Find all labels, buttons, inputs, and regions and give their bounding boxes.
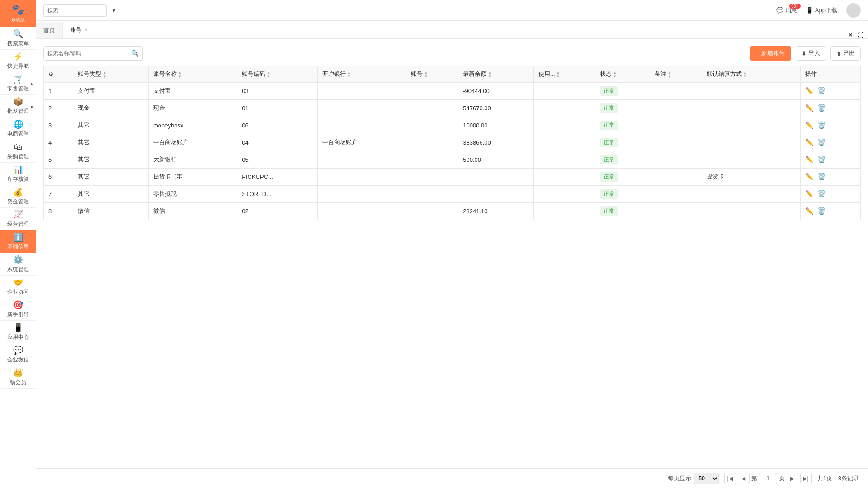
delete-icon-6[interactable]: 🗑️ <box>817 173 826 181</box>
edit-icon-2[interactable]: ✏️ <box>805 104 814 112</box>
col-header-code[interactable]: 账号编码▲▼ <box>237 66 318 83</box>
cell-bank-1 <box>318 82 406 99</box>
import-button[interactable]: ⬇ 导入 <box>796 46 826 61</box>
sidebar-item-basic[interactable]: ℹ️ 基础信息 <box>0 230 36 253</box>
export-icon: ⬆ <box>836 50 841 57</box>
topbar-dropdown[interactable]: ▼ <box>111 7 117 14</box>
cell-balance-5: 500.00 <box>458 151 533 168</box>
col-header-default_settlement[interactable]: 默认结算方式▲▼ <box>702 66 800 83</box>
content-search-icon[interactable]: 🔍 <box>131 50 139 57</box>
app-download-button[interactable]: 📱 App下载 <box>806 6 837 14</box>
close-tab-icon[interactable]: ✕ <box>848 32 853 38</box>
cell-type-1: 支付宝 <box>73 82 148 99</box>
search-label: 搜索菜单 <box>7 40 29 47</box>
cell-account-3 <box>406 117 458 134</box>
ecommerce-icon: 🌐 <box>13 119 23 129</box>
content-search-input[interactable] <box>47 50 131 56</box>
sidebar-item-ecommerce[interactable]: 🌐 电商管理 <box>0 117 36 140</box>
cell-default_settlement-4 <box>702 134 800 151</box>
edit-icon-3[interactable]: ✏️ <box>805 121 814 129</box>
sidebar-item-appcenter[interactable]: 📱 应用中心 <box>0 321 36 343</box>
sidebar-item-wholesale[interactable]: 📦 批发管理 <box>0 95 36 117</box>
page-navigation: |◀ ◀ 第 页 ▶ ▶| <box>724 473 812 484</box>
sidebar-item-wechat[interactable]: 💬 企业微信 <box>0 343 36 366</box>
cell-account-4 <box>406 134 458 151</box>
user-avatar[interactable] <box>846 3 861 18</box>
sidebar-item-member[interactable]: 👑 畅会员 <box>0 366 36 389</box>
col-header-name[interactable]: 账号名称▲▼ <box>148 66 237 83</box>
delete-icon-5[interactable]: 🗑️ <box>817 155 826 164</box>
finance-icon: 💰 <box>13 187 23 197</box>
cell-usage-7 <box>533 185 595 202</box>
page-number-input[interactable] <box>759 473 777 484</box>
tab-account[interactable]: 账号× <box>63 22 95 38</box>
last-page-button[interactable]: ▶| <box>800 473 812 484</box>
fullscreen-icon[interactable]: ⛶ <box>858 32 863 38</box>
inventory-icon: 📊 <box>13 164 23 174</box>
col-header-usage[interactable]: 使用...▲▼ <box>533 66 595 83</box>
member-label: 畅会员 <box>10 379 26 386</box>
page-size-select[interactable]: 50 20 100 <box>694 473 719 484</box>
next-page-button[interactable]: ▶ <box>787 473 798 484</box>
cell-index-4: 4 <box>44 134 73 151</box>
status-badge: 正常 <box>600 189 618 199</box>
col-header-remark[interactable]: 备注▲▼ <box>650 66 702 83</box>
edit-icon-1[interactable]: ✏️ <box>805 87 814 95</box>
basic-label: 基础信息 <box>7 243 29 251</box>
cell-default_settlement-8 <box>702 202 800 220</box>
sidebar-item-inventory[interactable]: 📊 库存核算 <box>0 163 36 185</box>
status-badge: 正常 <box>600 103 618 113</box>
delete-icon-8[interactable]: 🗑️ <box>817 207 826 215</box>
delete-icon-3[interactable]: 🗑️ <box>817 121 826 129</box>
tab-home[interactable]: 首页 <box>36 22 63 38</box>
message-button[interactable]: 💬 消息 99+ <box>776 6 797 14</box>
export-button[interactable]: ⬆ 导出 <box>830 46 861 61</box>
add-account-button[interactable]: + 新增账号 <box>750 46 791 61</box>
cell-type-3: 其它 <box>73 117 148 134</box>
import-icon: ⬇ <box>802 50 807 57</box>
sidebar-item-purchase[interactable]: 🛍 采购管理 <box>0 140 36 163</box>
first-page-button[interactable]: |◀ <box>724 473 736 484</box>
col-header-status[interactable]: 状态▲▼ <box>595 66 650 83</box>
page-suffix-label: 页 <box>779 474 785 483</box>
table-row: 5其它大新银行05500.00正常 ✏️ 🗑️ <box>44 151 861 168</box>
cell-balance-3: 10000.00 <box>458 117 533 134</box>
purchase-icon: 🛍 <box>14 142 22 152</box>
delete-icon-1[interactable]: 🗑️ <box>817 87 826 95</box>
edit-icon-8[interactable]: ✏️ <box>805 207 814 215</box>
tab-label-account: 账号 <box>70 26 82 34</box>
sidebar-logo[interactable]: 🐾 乐惠版 <box>0 0 36 27</box>
sidebar-item-operations[interactable]: 📈 经营管理 <box>0 208 36 230</box>
edit-icon-7[interactable]: ✏️ <box>805 190 814 198</box>
app-icon: 📱 <box>806 7 813 14</box>
edit-icon-5[interactable]: ✏️ <box>805 155 814 164</box>
col-header-type[interactable]: 账号类型▲▼ <box>73 66 148 83</box>
delete-icon-2[interactable]: 🗑️ <box>817 104 826 112</box>
wholesale-label: 批发管理 <box>7 108 29 115</box>
tab-close-account[interactable]: × <box>85 27 88 33</box>
enterprise-icon: 🤝 <box>13 277 23 287</box>
logo-text: 乐惠版 <box>11 17 25 23</box>
sidebar-item-search[interactable]: 🔍 搜索菜单 <box>0 27 36 50</box>
prev-page-button[interactable]: ◀ <box>738 473 750 484</box>
cell-name-8: 微信 <box>148 202 237 220</box>
action-icons-7: ✏️ 🗑️ <box>805 190 856 198</box>
delete-icon-4[interactable]: 🗑️ <box>817 138 826 146</box>
col-header-account[interactable]: 账号▲▼ <box>406 66 458 83</box>
topbar-search-input[interactable] <box>43 4 107 17</box>
cell-type-4: 其它 <box>73 134 148 151</box>
sidebar-item-retail[interactable]: 🛒 零售管理 <box>0 72 36 95</box>
col-header-bank[interactable]: 开户银行▲▼ <box>318 66 406 83</box>
col-header-balance[interactable]: 最新余额▲▼ <box>458 66 533 83</box>
cell-actions-6: ✏️ 🗑️ <box>801 168 861 185</box>
delete-icon-7[interactable]: 🗑️ <box>817 190 826 198</box>
action-icons-6: ✏️ 🗑️ <box>805 173 856 181</box>
sidebar-item-system[interactable]: ⚙️ 系统管理 <box>0 253 36 276</box>
edit-icon-6[interactable]: ✏️ <box>805 173 814 181</box>
sidebar-item-guide[interactable]: 🎯 新手引导 <box>0 298 36 321</box>
edit-icon-4[interactable]: ✏️ <box>805 138 814 146</box>
sidebar-item-quicknav[interactable]: ⚡ 快捷导航 <box>0 50 36 72</box>
sidebar-item-finance[interactable]: 💰 资金管理 <box>0 185 36 208</box>
sidebar-item-enterprise[interactable]: 🤝 企业协同 <box>0 276 36 298</box>
wechat-icon: 💬 <box>13 345 23 355</box>
